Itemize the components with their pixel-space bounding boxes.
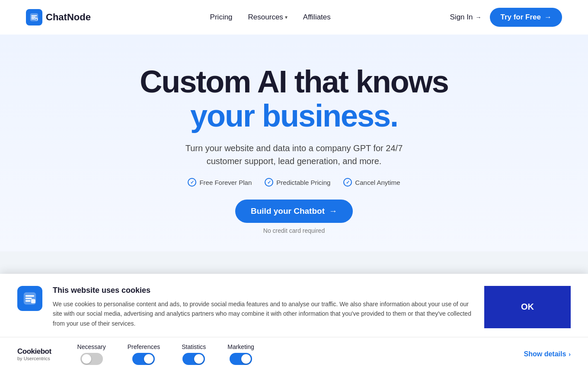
logo-icon [26, 9, 42, 25]
badge-free-plan: ✓ Free Forever Plan [188, 178, 252, 187]
toggle-preferences[interactable] [132, 353, 155, 365]
toggle-label-statistics: Statistics [182, 343, 206, 350]
nav-actions: Sign In → Try for Free → [450, 8, 562, 27]
logo-text: ChatNode [46, 12, 91, 23]
toggle-group-statistics: Statistics [182, 343, 206, 365]
toggle-necessary[interactable] [80, 353, 103, 365]
toggle-group-preferences: Preferences [128, 343, 160, 365]
toggle-knob-preferences [144, 354, 153, 364]
nav-resources[interactable]: Resources ▾ [248, 13, 288, 22]
show-details-button[interactable]: Show details › [524, 350, 571, 358]
arrow-right-icon: → [544, 13, 552, 22]
nav-pricing[interactable]: Pricing [210, 13, 233, 22]
hero-title: Custom AI that knows your business. [17, 65, 571, 133]
cookie-body: We use cookies to personalise content an… [53, 299, 474, 328]
chevron-right-icon: › [569, 351, 571, 358]
toggle-marketing[interactable] [230, 353, 252, 365]
try-free-button[interactable]: Try for Free → [490, 8, 562, 27]
toggle-group-necessary: Necessary [77, 343, 106, 365]
hero-subtitle: Turn your website and data into a compan… [17, 142, 571, 168]
cookie-logo-icon [17, 286, 42, 311]
toggle-group-marketing: Marketing [227, 343, 254, 365]
arrow-right-icon: → [475, 14, 481, 21]
logo[interactable]: ChatNode [26, 9, 91, 25]
badge-pricing: ✓ Predictable Pricing [265, 178, 330, 187]
toggle-knob-necessary [82, 354, 91, 364]
toggle-knob-marketing [241, 354, 251, 364]
navbar: ChatNode Pricing Resources ▾ Affiliates … [0, 0, 588, 35]
cookie-banner: This website uses cookies We use cookies… [0, 274, 588, 371]
no-credit-text: No credit card required [17, 227, 571, 234]
hero-section: Custom AI that knows your business. Turn… [0, 35, 588, 251]
ok-button[interactable]: OK [484, 286, 571, 328]
toggle-knob-statistics [194, 354, 204, 364]
hero-title-line1: Custom AI that knows [17, 65, 571, 99]
build-chatbot-button[interactable]: Build your Chatbot → [235, 200, 353, 223]
hero-title-line2: your business. [17, 99, 571, 133]
toggle-statistics[interactable] [182, 353, 205, 365]
cookiebot-brand: Cookiebot by Usercentrics [17, 347, 51, 361]
check-icon: ✓ [265, 178, 273, 187]
cookiebot-sub: by Usercentrics [17, 356, 50, 361]
badge-cancel: ✓ Cancel Anytime [343, 178, 400, 187]
arrow-right-icon: → [329, 206, 337, 216]
svg-rect-3 [31, 299, 35, 303]
cookie-footer: Cookiebot by Usercentrics Necessary Pref… [0, 337, 588, 371]
nav-links: Pricing Resources ▾ Affiliates [210, 13, 331, 22]
toggle-label-necessary: Necessary [77, 343, 106, 350]
toggle-label-preferences: Preferences [128, 343, 160, 350]
cookie-controls: Necessary Preferences Statistics [77, 343, 571, 365]
cookiebot-name: Cookiebot [17, 347, 51, 356]
toggle-label-marketing: Marketing [227, 343, 254, 350]
sign-in-button[interactable]: Sign In → [450, 13, 482, 22]
hero-badges: ✓ Free Forever Plan ✓ Predictable Pricin… [17, 178, 571, 187]
cookie-main: This website uses cookies We use cookies… [0, 274, 588, 337]
resources-chevron-icon: ▾ [285, 14, 288, 20]
cookie-title: This website uses cookies [53, 286, 474, 295]
nav-affiliates[interactable]: Affiliates [303, 13, 331, 22]
check-icon: ✓ [188, 178, 196, 187]
check-icon: ✓ [343, 178, 352, 187]
cookie-text: This website uses cookies We use cookies… [53, 286, 474, 328]
